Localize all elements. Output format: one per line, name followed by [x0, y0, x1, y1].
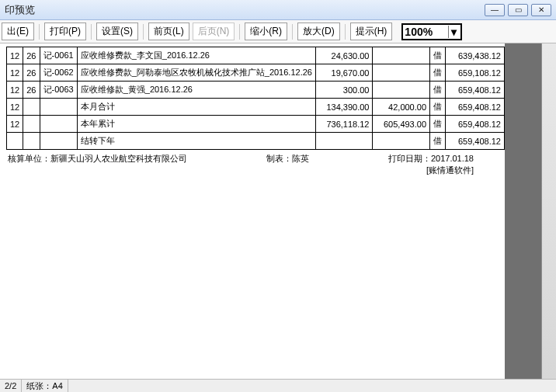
cell-summary: 结转下年: [77, 133, 315, 150]
table-row: 12本月合计134,390.0042,000.00借659,408.12: [7, 99, 505, 116]
zoom-in-button[interactable]: 放大(D): [297, 23, 340, 40]
status-bar: 2/2 纸张：A4: [0, 379, 556, 392]
status-paper: 纸张：A4: [22, 380, 68, 392]
next-page-button[interactable]: 后页(N): [193, 23, 235, 40]
cell-debit: 736,118.12: [315, 116, 373, 133]
cell-balance: 659,408.12: [446, 99, 505, 116]
separator: [239, 24, 240, 40]
zoom-select[interactable]: 100% ▾: [401, 23, 462, 40]
export-button[interactable]: 出(E): [2, 23, 34, 40]
cell-day: [23, 116, 40, 133]
window-title: 印预览: [5, 3, 35, 17]
footer-right: 打印日期：2017.01.18 [账情通软件]: [388, 153, 474, 176]
cell-balance: 659,408.12: [446, 116, 505, 133]
cell-summary: 本年累计: [77, 116, 315, 133]
page-preview: 1226记-0061应收维修费款_李文国_2016.12.2624,630.00…: [0, 43, 505, 379]
footer-printdate: 打印日期：2017.01.18: [388, 154, 474, 163]
cell-month: 12: [7, 82, 23, 99]
toolbar: 出(E) 打印(P) 设置(S) 前页(L) 后页(N) 缩小(R) 放大(D)…: [0, 20, 556, 43]
cell-voucher: [40, 133, 77, 150]
cell-debit: 134,390.00: [315, 99, 373, 116]
cell-day: [23, 99, 40, 116]
table-row: 结转下年借659,408.12: [7, 133, 505, 150]
cell-month: 12: [7, 47, 23, 64]
cell-credit: 605,493.00: [373, 116, 430, 133]
cell-summary: 本月合计: [77, 99, 315, 116]
cell-debit: 24,630.00: [315, 47, 373, 64]
cell-direction: 借: [430, 99, 446, 116]
cell-day: [23, 133, 40, 150]
close-button[interactable]: ✕: [531, 4, 551, 16]
report-footer: 核算单位：新疆天山羽人农业航空科技有限公司 制表：陈英 打印日期：2017.01…: [8, 153, 474, 176]
maximize-button[interactable]: ▭: [508, 4, 528, 16]
cell-month: 12: [7, 64, 23, 82]
cell-day: 26: [23, 64, 40, 82]
cell-debit: [315, 133, 373, 150]
separator: [345, 24, 346, 40]
cell-debit: 19,670.00: [315, 64, 373, 82]
print-button[interactable]: 打印(P): [44, 23, 86, 40]
cell-balance: 639,438.12: [446, 47, 505, 64]
cell-balance: 659,108.12: [446, 64, 505, 82]
cell-summary: 应收维修费款_李文国_2016.12.26: [77, 47, 315, 64]
title-bar: 印预览 — ▭ ✕: [0, 0, 556, 20]
table-row: 1226记-0061应收维修费款_李文国_2016.12.2624,630.00…: [7, 47, 505, 64]
cell-direction: 借: [430, 64, 446, 82]
workspace: 1226记-0061应收维修费款_李文国_2016.12.2624,630.00…: [0, 43, 556, 379]
cell-direction: 借: [430, 82, 446, 99]
cell-day: 26: [23, 47, 40, 64]
vertical-scroll-thumb[interactable]: [544, 47, 554, 76]
footer-software: [账情通软件]: [426, 165, 474, 175]
cell-voucher: [40, 116, 77, 133]
cell-day: 26: [23, 82, 40, 99]
footer-maker: 制表：陈英: [266, 153, 309, 176]
ledger-table: 1226记-0061应收维修费款_李文国_2016.12.2624,630.00…: [6, 47, 505, 150]
scroll-gutter: [505, 43, 556, 379]
table-row: 1226记-0062应收维修费款_阿勒泰地区农牧机械化技术推广站_2016.12…: [7, 64, 505, 82]
cell-debit: 300.00: [315, 82, 373, 99]
cell-voucher: 记-0062: [40, 64, 77, 82]
cell-direction: 借: [430, 133, 446, 150]
cell-month: [7, 133, 23, 150]
footer-company: 核算单位：新疆天山羽人农业航空科技有限公司: [8, 153, 187, 176]
cell-credit: [373, 47, 430, 64]
hint-button[interactable]: 提示(H): [350, 23, 393, 40]
cell-credit: [373, 133, 430, 150]
cell-credit: [373, 82, 430, 99]
cell-voucher: 记-0063: [40, 82, 77, 99]
cell-direction: 借: [430, 116, 446, 133]
minimize-button[interactable]: —: [485, 4, 505, 16]
cell-balance: 659,408.12: [446, 133, 505, 150]
cell-voucher: [40, 99, 77, 116]
cell-month: 12: [7, 99, 23, 116]
separator: [91, 24, 92, 40]
status-page: 2/2: [0, 380, 22, 392]
separator: [143, 24, 144, 40]
setup-button[interactable]: 设置(S): [96, 23, 138, 40]
prev-page-button[interactable]: 前页(L): [148, 23, 189, 40]
cell-voucher: 记-0061: [40, 47, 77, 64]
cell-credit: [373, 64, 430, 82]
cell-month: 12: [7, 116, 23, 133]
cell-summary: 应收维修费款_阿勒泰地区农牧机械化技术推广站_2016.12.26: [77, 64, 315, 82]
zoom-value: 100%: [405, 26, 433, 38]
separator: [39, 24, 40, 40]
separator: [292, 24, 293, 40]
cell-balance: 659,408.12: [446, 82, 505, 99]
zoom-out-button[interactable]: 缩小(R): [245, 23, 287, 40]
cell-direction: 借: [430, 47, 446, 64]
table-row: 1226记-0063应收维修款_黄强_2016.12.26300.00借659,…: [7, 82, 505, 99]
cell-credit: 42,000.00: [373, 99, 430, 116]
chevron-down-icon: ▾: [448, 26, 459, 38]
table-row: 12本年累计736,118.12605,493.00借659,408.12: [7, 116, 505, 133]
cell-summary: 应收维修款_黄强_2016.12.26: [77, 82, 315, 99]
window-controls: — ▭ ✕: [485, 4, 551, 16]
